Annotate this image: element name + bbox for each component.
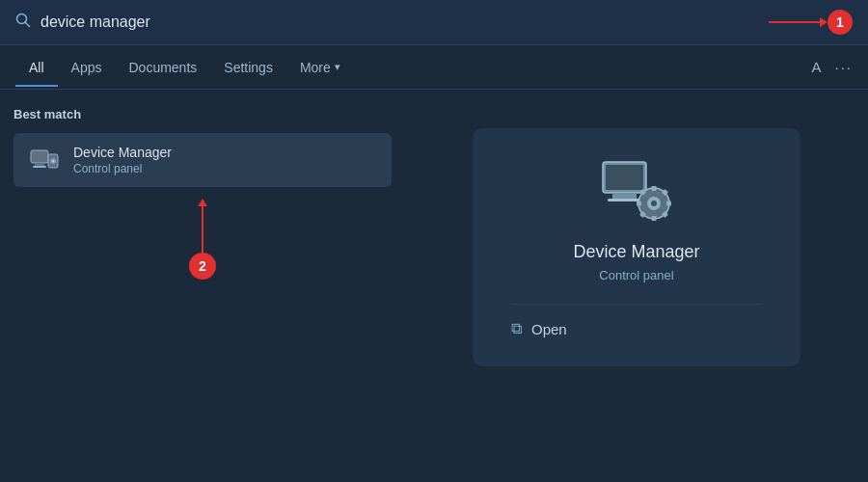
device-manager-small-icon	[27, 143, 62, 177]
font-size-icon[interactable]: A	[811, 59, 821, 75]
open-label: Open	[531, 321, 567, 337]
left-panel: Best match Device Manager Control panel	[0, 90, 405, 482]
result-text: Device Manager Control panel	[73, 145, 172, 175]
tab-more[interactable]: More ▾	[286, 48, 354, 87]
svg-rect-9	[606, 165, 643, 190]
device-manager-large-icon	[598, 157, 675, 225]
search-icon	[15, 13, 31, 32]
annotation-group-2: 2	[14, 204, 392, 280]
tab-documents[interactable]: Documents	[115, 48, 210, 87]
annotation-arrow-2	[202, 204, 203, 253]
result-item-subtitle: Control panel	[73, 162, 172, 175]
more-options-icon[interactable]: ···	[834, 59, 853, 75]
tab-settings[interactable]: Settings	[210, 48, 286, 87]
search-input[interactable]	[41, 13, 759, 31]
svg-point-14	[651, 201, 657, 206]
svg-rect-15	[652, 186, 657, 191]
detail-subtitle: Control panel	[599, 268, 673, 282]
detail-title: Device Manager	[573, 242, 699, 262]
divider	[511, 304, 762, 305]
search-bar: 1	[0, 0, 868, 45]
svg-rect-18	[666, 201, 671, 206]
right-panel: Device Manager Control panel ⧉ Open	[405, 90, 868, 482]
svg-rect-16	[652, 216, 657, 221]
tab-all[interactable]: All	[15, 48, 58, 87]
tabs-bar: All Apps Documents Settings More ▾ A ···	[0, 45, 868, 90]
svg-rect-10	[612, 193, 637, 199]
svg-rect-3	[35, 163, 44, 166]
tabs-right-actions: A ···	[811, 59, 853, 75]
svg-rect-17	[637, 201, 641, 206]
annotation-badge-1: 1	[827, 10, 853, 35]
tab-apps[interactable]: Apps	[58, 48, 116, 87]
best-match-label: Best match	[14, 107, 392, 121]
svg-rect-11	[608, 199, 641, 201]
content-area: Best match Device Manager Control panel	[0, 90, 868, 482]
result-item-device-manager[interactable]: Device Manager Control panel	[14, 133, 392, 187]
annotation-arrow-1: 1	[769, 10, 853, 35]
annotation-badge-2: 2	[189, 253, 216, 280]
svg-point-7	[52, 160, 55, 163]
detail-card: Device Manager Control panel ⧉ Open	[473, 128, 800, 366]
result-item-title: Device Manager	[73, 145, 172, 160]
svg-rect-2	[31, 150, 48, 163]
open-button[interactable]: ⧉ Open	[511, 320, 567, 337]
chevron-down-icon: ▾	[335, 61, 340, 73]
open-external-icon: ⧉	[511, 320, 522, 337]
svg-rect-4	[33, 166, 46, 168]
svg-line-1	[26, 23, 30, 27]
